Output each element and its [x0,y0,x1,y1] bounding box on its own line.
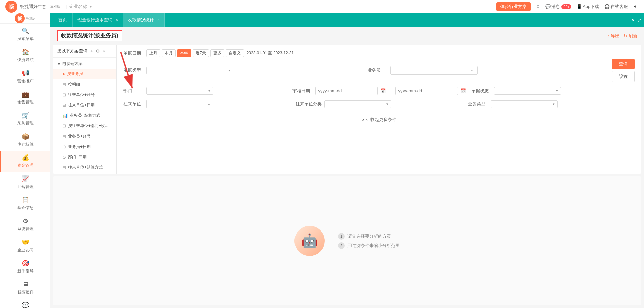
sidebar-version: 标准版 [26,16,35,21]
breadcrumb-chevron[interactable]: ▾ [90,4,92,9]
version-tag: 标准版 [50,4,60,9]
scheme-item-counterpart-account[interactable]: ⊟ 往来单位+账号 [53,90,116,100]
trial-btn[interactable]: 体验行业方案 [496,2,531,11]
operation-icon: 📈 [22,175,29,183]
messages-link[interactable]: 💬 消息 99+ [545,4,571,10]
collapse-bar[interactable]: ∧∧ 收起更多条件 [123,113,635,126]
scheme-add-btn[interactable]: + [90,48,93,54]
basic-icon: 📋 [22,196,29,204]
online-service-link[interactable]: 🎧 在线客服 [604,4,628,10]
counterpart-select[interactable]: ··· [146,100,213,108]
page-header: 收款情况统计(按业务员) ↑ 导出 ↻ 刷新 [50,27,644,45]
scheme-header: 按以下方案查询 + ⚙ « [53,45,116,58]
sidebar-item-guide[interactable]: 🎯 新手引导 [0,256,50,277]
salesman-select[interactable]: ··· [390,66,478,75]
tab-close-btn[interactable]: × [631,17,634,23]
counterpart-more-icon[interactable]: ··· [206,101,210,107]
date-btn-last-month[interactable]: 上月 [146,49,160,57]
scheme-section-pc-title[interactable]: ▼ 电脑端方案 [53,59,116,69]
sidebar-item-quicknav[interactable]: 🏠 快捷导航 [0,45,50,66]
sidebar-logo-icon: 畅 [15,13,25,23]
scheme-item-dept-group[interactable]: ⊟ 按往来单位+部门+收... [53,121,116,131]
date-btn-custom[interactable]: 自定义 [226,49,244,57]
scheme-item-detail[interactable]: ⊞ 按明细 [53,79,116,90]
sidebar-item-hardware[interactable]: 🖥 智能硬件 [0,277,50,298]
review-date-start[interactable] [315,87,378,95]
step-1-text: 请先选择要分析的方案 [347,233,391,239]
tab-home[interactable]: 首页 [53,13,73,27]
cp-class-select[interactable]: ▾ [324,100,391,108]
sidebar-item-label: 新手引导 [17,268,34,274]
date-btn-this-month[interactable]: 本月 [162,49,176,57]
refresh-btn[interactable]: ↻ 刷新 [624,33,637,39]
breadcrumb: 企业名称 [69,4,87,10]
vstatus-select[interactable]: ▾ [494,87,561,95]
scheme-item-salesman-date[interactable]: ⊙ 业务员+日期 [53,142,116,152]
sidebar-item-label: 采购管理 [17,120,34,126]
vstatus-label: 单据状态 [471,88,491,94]
salesman-label: 业务员 [368,67,388,73]
scheme-collapse-btn[interactable]: « [103,48,105,54]
scheme-item-by-salesman[interactable]: ● 按业务员 [53,69,116,79]
app-download-link[interactable]: 📱 App下载 [577,4,599,10]
export-btn[interactable]: ↑ 导出 [607,33,620,39]
sidebar-item-system[interactable]: ⚙ 系统管理 [0,214,50,235]
tab-cashflow[interactable]: 现金银行流水查询 × [73,13,123,27]
review-date-end[interactable] [395,87,458,95]
empty-step-2: 2 用过滤条件来缩小分析范围 [338,242,400,249]
tab-receipt-close[interactable]: × [157,18,160,22]
tab-receipt[interactable]: 收款情况统计 × [123,13,165,27]
sidebar-item-inventory[interactable]: 📦 库存核算 [0,130,50,151]
user-name[interactable]: Rit [633,4,639,9]
date-btn-this-year[interactable]: 本年 [177,49,191,57]
date-btn-7days[interactable]: 近7天 [193,49,209,57]
sidebar-item-finance[interactable]: 💰 资金管理 [0,151,50,172]
sidebar-item-collab[interactable]: 🤝 企业协同 [0,235,50,256]
counterpart-label: 往来单位 [123,101,144,107]
settings-btn[interactable]: 设置 [612,71,635,82]
sidebar-item-purchase[interactable]: 🛒 采购管理 [0,108,50,130]
filter-group-cp-class: 往来单位分类 ▾ [296,100,462,108]
calendar-icon-2[interactable]: 📅 [461,88,466,93]
page-title: 收款情况统计(按业务员) [57,30,122,41]
step-num-2: 2 [338,242,345,249]
sidebar-item-search[interactable]: 🔍 搜索菜单 [0,24,50,45]
biz-type-select[interactable]: ▾ [491,100,558,108]
scheme-item-salesman-payment[interactable]: 📊 业务员+结算方式 [53,110,116,121]
sidebar-item-label: 库存核算 [17,142,34,147]
finance-icon: 💰 [22,154,29,161]
scheme-item-icon-detail: ⊞ [62,82,66,87]
scheme-item-dept-date[interactable]: ⊙ 部门+日期 [53,152,116,162]
dept-select[interactable]: ▾ [146,87,213,95]
scheme-item-salesman-account[interactable]: ⊟ 业务员+账号 [53,131,116,142]
sidebar-item-label: 智能硬件 [17,289,34,295]
scheme-item-counterpart-date[interactable]: ⊟ 往来单位+日期 [53,100,116,110]
sidebar-item-label: 基础信息 [17,205,34,211]
calendar-icon-1[interactable]: 📅 [380,88,386,93]
sidebar-item-label: 经营管理 [17,184,34,190]
scheme-item-cp-payment2[interactable]: ⊟ 往来单位+结算方式 [53,173,116,174]
sidebar-item-marketing[interactable]: 📢 营销推广 [0,66,50,87]
tab-expand-btn[interactable]: ⤢ [637,17,641,23]
sidebar-item-basic[interactable]: 📋 基础信息 [0,193,50,214]
guide-icon: 🎯 [22,260,29,267]
date-range-text: 2023-01-01 至 2023-12-31 [247,50,294,56]
scheme-item-icon-salesman: ● [62,71,65,76]
main-content: 首页 现金银行流水查询 × 收款情况统计 × × ⤢ 收款情况统计(按业务员) … [50,13,644,308]
top-bar: 畅 畅捷通好生意 标准版 | 企业名称 ▾ 体验行业方案 ⚙ 💬 消息 99+ … [0,0,644,13]
inventory-icon: 📦 [22,133,29,140]
voucher-type-select[interactable]: ▾ [146,67,233,74]
scheme-settings-btn[interactable]: ⚙ [96,48,100,54]
search-icon: 🔍 [22,27,29,35]
salesman-more-icon[interactable]: ··· [471,68,475,73]
query-btn[interactable]: 查询 [612,59,635,69]
scheme-item-icon-dd: ⊙ [62,155,66,160]
tab-cashflow-close[interactable]: × [116,18,118,22]
query-actions: 查询 设置 [612,59,635,82]
sidebar-item-operation[interactable]: 📈 经营管理 [0,172,50,193]
scheme-item-cp-payment1[interactable]: ⊞ 往来单位+结算方式 [53,162,116,173]
sidebar-item-sales[interactable]: 💼 销售管理 [0,87,50,108]
date-btn-more[interactable]: 更多 [210,49,224,57]
sidebar-item-label: 销售管理 [17,99,34,105]
sidebar-item-wechat[interactable]: 💬 企业微信 [0,298,50,308]
